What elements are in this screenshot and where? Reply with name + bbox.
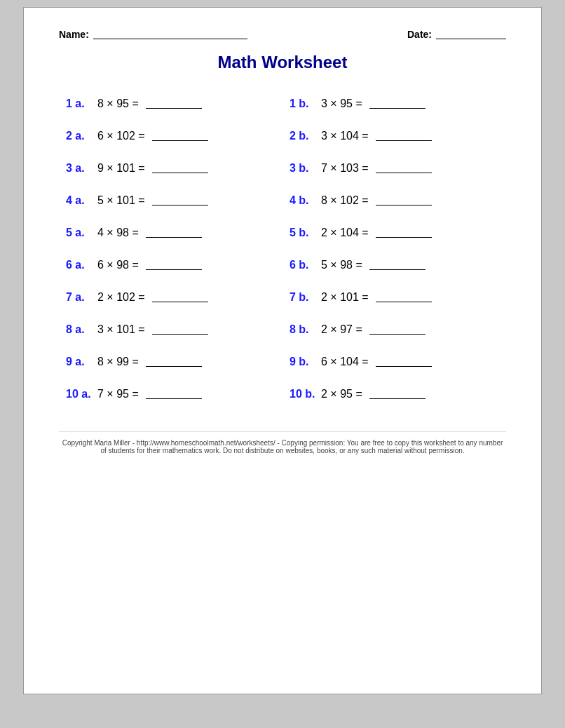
problem-row: 4 a. 5 × 101 = [59, 184, 282, 217]
answer-line [369, 260, 426, 270]
problem-label: 4 a. [66, 194, 97, 207]
problem-expression: 8 × 102 = [321, 194, 432, 207]
problem-row: 7 b. 2 × 101 = [282, 281, 506, 314]
problem-expression: 2 × 95 = [321, 388, 426, 400]
problem-expression: 9 × 101 = [97, 162, 208, 175]
problem-expression: 8 × 99 = [97, 356, 202, 368]
problem-label: 9 b. [290, 356, 321, 368]
problem-expression: 4 × 98 = [97, 227, 202, 239]
problem-row: 8 b. 2 × 97 = [282, 314, 506, 346]
answer-line [146, 99, 202, 109]
problem-expression: 5 × 101 = [97, 194, 208, 207]
problem-row: 6 a. 6 × 98 = [59, 249, 282, 281]
problems-grid: 1 a. 8 × 95 = 1 b. 3 × 95 = 2 a. 6 × 102… [59, 88, 506, 410]
problem-label: 6 a. [66, 259, 97, 271]
problem-expression: 5 × 98 = [321, 259, 426, 271]
problem-label: 8 b. [290, 323, 321, 336]
problem-row: 2 a. 6 × 102 = [59, 120, 282, 152]
answer-line [146, 260, 202, 270]
problem-label: 5 a. [66, 227, 97, 239]
answer-line [152, 292, 208, 302]
problem-row: 3 a. 9 × 101 = [59, 152, 282, 184]
answer-line [376, 163, 432, 173]
problem-row: 6 b. 5 × 98 = [282, 249, 506, 281]
problem-label: 5 b. [290, 227, 321, 239]
answer-line [152, 163, 208, 173]
problem-row: 3 b. 7 × 103 = [282, 152, 506, 184]
problem-row: 8 a. 3 × 101 = [59, 314, 282, 346]
problem-expression: 2 × 102 = [97, 291, 208, 304]
answer-line [376, 292, 432, 302]
answer-line [146, 357, 202, 367]
problem-row: 1 a. 8 × 95 = [59, 88, 282, 120]
problem-row: 2 b. 3 × 104 = [282, 120, 506, 152]
answer-line [376, 228, 432, 238]
problem-label: 10 a. [66, 388, 97, 400]
problem-expression: 6 × 104 = [321, 356, 432, 368]
name-label: Name: [59, 29, 89, 40]
date-field: Date: [407, 29, 506, 40]
problem-expression: 3 × 104 = [321, 130, 432, 142]
problem-row: 4 b. 8 × 102 = [282, 184, 506, 217]
problem-label: 10 b. [290, 388, 321, 400]
answer-line [152, 196, 208, 205]
footer-text: Copyright Maria Miller - http://www.home… [59, 431, 506, 454]
answer-line [369, 99, 426, 109]
answer-line [376, 196, 432, 205]
problem-row: 5 b. 2 × 104 = [282, 217, 506, 249]
problem-label: 8 a. [66, 323, 97, 336]
worksheet-page: Name: Date: Math Worksheet 1 a. 8 × 95 =… [23, 7, 542, 694]
answer-line [376, 131, 432, 141]
problem-expression: 2 × 97 = [321, 323, 426, 336]
problem-label: 9 a. [66, 356, 97, 368]
problem-expression: 6 × 102 = [97, 130, 208, 142]
problem-expression: 3 × 95 = [321, 97, 426, 110]
problem-label: 1 b. [290, 97, 321, 110]
problem-label: 4 b. [290, 194, 321, 207]
problem-expression: 3 × 101 = [97, 323, 208, 336]
problem-label: 1 a. [66, 97, 97, 110]
problem-row: 5 a. 4 × 98 = [59, 217, 282, 249]
answer-line [146, 228, 202, 238]
problem-row: 1 b. 3 × 95 = [282, 88, 506, 120]
answer-line [146, 389, 202, 399]
problem-row: 9 a. 8 × 99 = [59, 346, 282, 378]
date-input-line [436, 29, 506, 39]
answer-line [152, 131, 208, 141]
problem-row: 9 b. 6 × 104 = [282, 346, 506, 378]
problem-row: 7 a. 2 × 102 = [59, 281, 282, 314]
problem-row: 10 a. 7 × 95 = [59, 378, 282, 410]
problem-expression: 2 × 101 = [321, 291, 432, 304]
header: Name: Date: [59, 29, 506, 40]
worksheet-title: Math Worksheet [59, 53, 506, 72]
problem-expression: 7 × 103 = [321, 162, 432, 175]
problem-label: 7 a. [66, 291, 97, 304]
problem-expression: 7 × 95 = [97, 388, 202, 400]
problem-expression: 6 × 98 = [97, 259, 202, 271]
name-input-line [93, 29, 247, 39]
problem-expression: 2 × 104 = [321, 227, 432, 239]
answer-line [376, 357, 432, 367]
problem-label: 3 a. [66, 162, 97, 175]
name-field: Name: [59, 29, 247, 40]
problem-label: 7 b. [290, 291, 321, 304]
problem-expression: 8 × 95 = [97, 97, 202, 110]
problem-label: 2 b. [290, 130, 321, 142]
answer-line [369, 325, 426, 335]
answer-line [152, 325, 208, 335]
problem-row: 10 b. 2 × 95 = [282, 378, 506, 410]
answer-line [369, 389, 426, 399]
problem-label: 6 b. [290, 259, 321, 271]
problem-label: 2 a. [66, 130, 97, 142]
date-label: Date: [407, 29, 432, 40]
problem-label: 3 b. [290, 162, 321, 175]
